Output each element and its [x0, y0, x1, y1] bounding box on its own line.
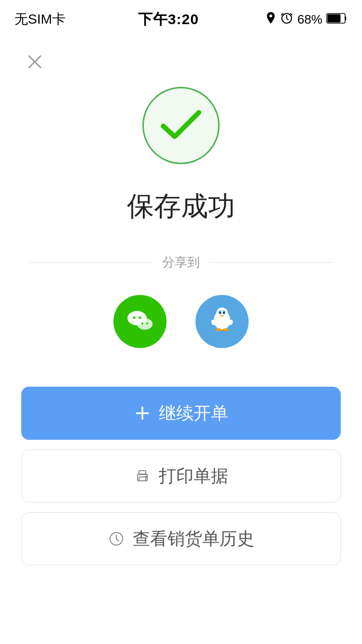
history-button[interactable]: 查看销货单历史 — [21, 512, 341, 565]
success-circle — [142, 87, 220, 164]
close-button[interactable] — [21, 48, 48, 75]
history-label: 查看销货单历史 — [133, 527, 254, 551]
wechat-share-button[interactable] — [113, 295, 167, 348]
plus-icon — [134, 405, 151, 422]
qq-icon — [207, 306, 237, 338]
action-buttons: 继续开单 打印单据 查看销货单历史 — [0, 387, 362, 565]
print-button[interactable]: 打印单据 — [21, 449, 341, 503]
svg-point-11 — [216, 308, 228, 319]
svg-point-17 — [223, 328, 228, 331]
success-title: 保存成功 — [127, 188, 235, 225]
alarm-icon — [280, 11, 293, 28]
battery-label: 68% — [297, 12, 322, 27]
wechat-icon — [125, 306, 155, 338]
clock-icon — [108, 530, 125, 547]
printer-icon — [134, 467, 151, 485]
share-label: 分享到 — [162, 254, 200, 271]
svg-point-8 — [141, 322, 143, 324]
status-time: 下午3:20 — [138, 10, 199, 29]
svg-point-23 — [145, 476, 147, 477]
svg-point-7 — [139, 316, 141, 319]
print-label: 打印单据 — [159, 464, 228, 488]
continue-label: 继续开单 — [159, 402, 228, 425]
svg-point-14 — [220, 312, 221, 313]
svg-point-5 — [137, 318, 153, 330]
svg-rect-22 — [139, 477, 146, 481]
carrier-label: 无SIM卡 — [14, 10, 66, 28]
divider-line-right — [209, 262, 333, 263]
continue-button[interactable]: 继续开单 — [21, 387, 341, 440]
svg-point-16 — [216, 328, 222, 331]
main-content: 保存成功 分享到 — [0, 39, 362, 565]
svg-rect-3 — [328, 14, 341, 22]
battery-icon — [326, 12, 348, 27]
svg-point-6 — [133, 316, 136, 319]
qq-share-button[interactable] — [195, 295, 249, 348]
share-icons — [113, 295, 249, 348]
status-right: 68% — [265, 11, 348, 28]
svg-point-9 — [146, 322, 148, 324]
check-icon — [159, 108, 203, 143]
divider-line-left — [29, 262, 153, 263]
location-icon — [265, 11, 276, 28]
status-left: 无SIM卡 — [14, 10, 71, 28]
svg-point-0 — [269, 14, 272, 17]
status-bar: 无SIM卡 下午3:20 68% — [0, 0, 362, 39]
svg-point-15 — [223, 312, 225, 313]
share-divider: 分享到 — [0, 254, 362, 271]
